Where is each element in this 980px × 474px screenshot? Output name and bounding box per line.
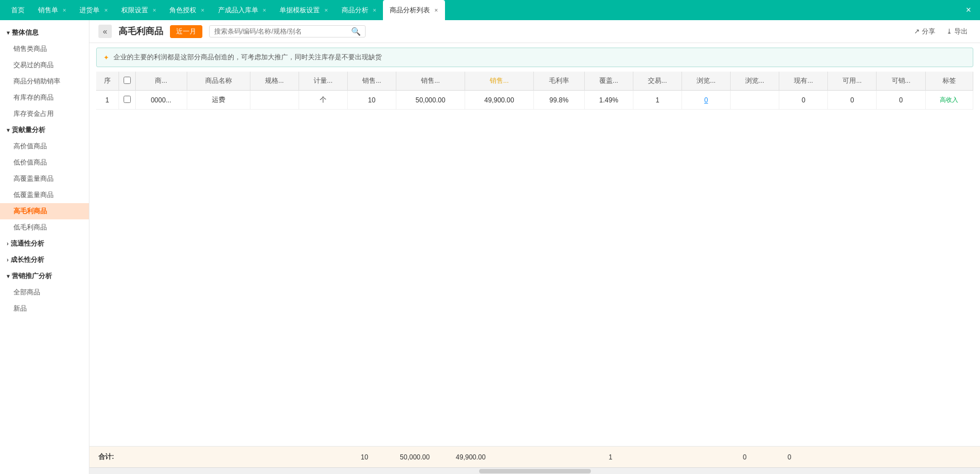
nav-product-entry[interactable]: 产成品入库单 ×: [211, 0, 273, 20]
sidebar-item-all-goods[interactable]: 全部商品: [0, 284, 89, 301]
sidebar-item-stock-capital[interactable]: 库存资金占用: [0, 106, 89, 122]
sidebar-group-flow[interactable]: › 流通性分析: [0, 236, 89, 252]
cell-unit: 个: [299, 91, 347, 110]
th-view2[interactable]: 浏览...: [731, 72, 779, 91]
cell-sales-qty: 10: [347, 91, 396, 110]
th-sales-amount[interactable]: 销售...: [396, 72, 465, 91]
nav-product-list-close[interactable]: ×: [434, 7, 438, 13]
cell-tag: 高收入: [925, 91, 973, 110]
sidebar-group-growth[interactable]: › 成长性分析: [0, 252, 89, 268]
sidebar-item-low-coverage[interactable]: 低覆盖量商品: [0, 187, 89, 203]
table-wrapper[interactable]: 序 商... 商品名称 规格... 计量... 销售... 销售... 销售..…: [89, 72, 980, 446]
header-actions: ↗ 分享 ⤓ 导出: [911, 26, 971, 37]
nav-close-all[interactable]: ×: [962, 5, 976, 15]
cell-gross-margin: 99.8%: [533, 91, 584, 110]
content-title: 高毛利商品: [119, 26, 163, 37]
info-bar: ✦ 企业的主要的利润都是这部分商品创造的，可考虑加大推广，同时关注库存是不要出现…: [96, 48, 973, 67]
table-header-row: 序 商... 商品名称 规格... 计量... 销售... 销售... 销售..…: [96, 72, 973, 91]
select-all-checkbox[interactable]: [124, 77, 131, 84]
horizontal-scrollbar[interactable]: [89, 467, 980, 474]
sidebar-item-high-margin[interactable]: 高毛利商品: [0, 203, 89, 219]
nav-product-list[interactable]: 商品分析列表 ×: [383, 0, 444, 20]
th-code[interactable]: 商...: [135, 72, 187, 91]
scroll-thumb[interactable]: [479, 469, 591, 473]
cell-available-stock: 0: [828, 91, 877, 110]
sidebar-item-traded-goods[interactable]: 交易过的商品: [0, 57, 89, 73]
nav-home[interactable]: 首页: [4, 0, 31, 20]
nav-permission-close[interactable]: ×: [153, 7, 156, 13]
sidebar-item-new-goods[interactable]: 新品: [0, 301, 89, 317]
footer-sales-profit: 49,900.00: [443, 453, 499, 461]
nav-product-analysis-close[interactable]: ×: [373, 7, 376, 13]
search-box: 🔍: [209, 25, 366, 37]
cell-spec: [250, 91, 299, 110]
nav-sales-label: 销售单: [38, 6, 58, 15]
th-coverage[interactable]: 覆盖...: [584, 72, 633, 91]
sidebar-group-contribution[interactable]: ▾ 贡献量分析: [0, 122, 89, 138]
footer-transaction: 1: [588, 453, 633, 461]
nav-sales-close[interactable]: ×: [63, 7, 66, 13]
nav-role-close[interactable]: ×: [201, 7, 204, 13]
nav-product-entry-close[interactable]: ×: [263, 7, 266, 13]
th-current-stock[interactable]: 现有...: [779, 72, 828, 91]
nav-purchase-close[interactable]: ×: [104, 7, 107, 13]
time-filter-month[interactable]: 近一月: [170, 25, 202, 38]
th-seq[interactable]: 序: [96, 72, 119, 91]
nav-purchase[interactable]: 进货单 ×: [73, 0, 114, 20]
sidebar-item-distribution-rate[interactable]: 商品分销助销率: [0, 73, 89, 90]
content-area: « 高毛利商品 近一月 🔍 ↗ 分享 ⤓ 导出 ✦ 企业的主要的利润都是这部: [89, 20, 980, 474]
sidebar-item-sales-goods[interactable]: 销售类商品: [0, 41, 89, 57]
nav-product-analysis[interactable]: 商品分析 ×: [335, 0, 383, 20]
th-unit[interactable]: 计量...: [299, 72, 347, 91]
cell-name: 运费: [187, 91, 250, 110]
cell-sales-profit: 49,900.00: [465, 91, 533, 110]
nav-template[interactable]: 单据模板设置 ×: [273, 0, 334, 20]
nav-role[interactable]: 角色授权 ×: [163, 0, 211, 20]
row-checkbox[interactable]: [124, 96, 131, 103]
cell-view1[interactable]: 0: [682, 91, 731, 110]
export-button[interactable]: ⤓ 导出: [943, 26, 971, 37]
cell-view2: [731, 91, 779, 110]
footer-current-stock: 0: [722, 453, 767, 461]
sidebar-group-overall[interactable]: ▾ 整体信息: [0, 25, 89, 41]
nav-product-entry-label: 产成品入库单: [218, 6, 258, 15]
overall-arrow-icon: ▾: [7, 30, 10, 36]
nav-template-close[interactable]: ×: [324, 7, 328, 13]
cell-seq: 1: [96, 91, 119, 110]
th-name[interactable]: 商品名称: [187, 72, 250, 91]
footer-sales-qty: 10: [342, 453, 387, 461]
th-sales-profit[interactable]: 销售...: [465, 72, 533, 91]
th-gross-margin[interactable]: 毛利率: [533, 72, 584, 91]
share-button[interactable]: ↗ 分享: [911, 26, 939, 37]
sidebar-item-in-stock[interactable]: 有库存的商品: [0, 90, 89, 106]
sidebar-group-contribution-label: 贡献量分析: [12, 125, 45, 135]
cell-check[interactable]: [119, 91, 135, 110]
th-available-stock[interactable]: 可用...: [828, 72, 877, 91]
nav-permission-label: 权限设置: [121, 6, 148, 15]
sidebar-group-marketing-label: 营销推广分析: [12, 271, 52, 281]
footer-sales-amount: 50,000.00: [387, 453, 443, 461]
info-text: 企业的主要的利润都是这部分商品创造的，可考虑加大推广，同时关注库存是不要出现缺货: [113, 53, 382, 62]
share-icon: ↗: [914, 27, 920, 35]
th-view1[interactable]: 浏览...: [682, 72, 731, 91]
nav-permission[interactable]: 权限设置 ×: [115, 0, 163, 20]
cell-transaction: 1: [633, 91, 681, 110]
th-sellable-stock[interactable]: 可销...: [877, 72, 925, 91]
th-tag[interactable]: 标签: [925, 72, 973, 91]
th-spec[interactable]: 规格...: [250, 72, 299, 91]
search-input[interactable]: [214, 27, 349, 35]
footer-label: 合计:: [98, 452, 126, 462]
sidebar-collapse-button[interactable]: «: [98, 25, 112, 38]
sidebar-item-low-value[interactable]: 低价值商品: [0, 154, 89, 171]
sidebar-group-marketing[interactable]: ▾ 营销推广分析: [0, 268, 89, 284]
th-transaction[interactable]: 交易...: [633, 72, 681, 91]
sidebar-item-low-margin[interactable]: 低毛利商品: [0, 219, 89, 236]
cell-coverage: 1.49%: [584, 91, 633, 110]
sidebar-item-high-value[interactable]: 高价值商品: [0, 138, 89, 154]
sidebar-item-high-coverage[interactable]: 高覆盖量商品: [0, 171, 89, 187]
nav-sales[interactable]: 销售单 ×: [31, 0, 73, 20]
th-sales-qty[interactable]: 销售...: [347, 72, 396, 91]
th-check[interactable]: [119, 72, 135, 91]
table-footer: 合计: 10 50,000.00 49,900.00 1 0 0: [89, 446, 980, 467]
search-icon[interactable]: 🔍: [351, 27, 361, 36]
